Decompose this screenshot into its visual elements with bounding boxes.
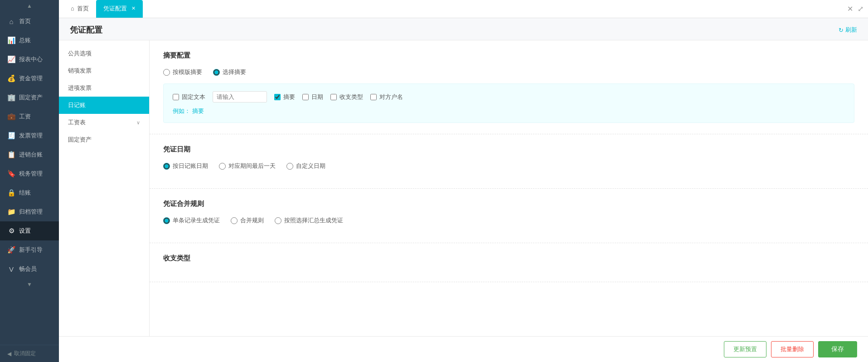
tab-close-icon[interactable]: ✕ <box>131 5 136 11</box>
voucher-date-section: 凭证日期 按日记账日期 对应期间最后一天 自定义日期 <box>150 134 868 189</box>
merge-rules-group: 单条记录生成凭证 合并规则 按照选择汇总生成凭证 <box>163 216 854 225</box>
period-last-day-radio[interactable] <box>219 163 226 170</box>
sidebar-item-guide[interactable]: 🚀 新手引导 <box>0 240 59 259</box>
left-nav-payroll[interactable]: 工资表 ∨ <box>59 114 149 131</box>
select-summary-option[interactable]: 选择摘要 <box>213 68 246 76</box>
purchase-sales-icon: 📋 <box>7 151 15 159</box>
summary-generate-option[interactable]: 按照选择汇总生成凭证 <box>275 216 343 225</box>
left-nav: 公共选项 销项发票 进项发票 日记账 工资表 ∨ 固定资产 <box>59 40 150 362</box>
fixed-text-option[interactable]: 固定文本 <box>173 93 205 101</box>
fixed-text-input[interactable] <box>213 91 267 103</box>
page-content: 凭证配置 ↻ 刷新 公共选项 销项发票 进项发票 日记账 <box>59 18 868 362</box>
batch-delete-button[interactable]: 批量删除 <box>771 341 814 357</box>
refresh-icon: ↻ <box>839 27 844 34</box>
left-nav-purchase-invoice[interactable]: 进项发票 <box>59 79 149 97</box>
summary-option[interactable]: 摘要 <box>274 93 295 101</box>
summary-title: 摘要配置 <box>163 51 854 60</box>
assets-icon: 🏢 <box>7 93 15 102</box>
left-nav-fixed-assets[interactable]: 固定资产 <box>59 131 149 148</box>
example-text: 例如： 摘要 <box>173 107 845 115</box>
income-expense-type-option[interactable]: 收支类型 <box>330 93 363 101</box>
custom-date-option[interactable]: 自定义日期 <box>286 162 325 170</box>
sidebar-item-invoice-mgmt[interactable]: 🧾 发票管理 <box>0 126 59 145</box>
main-area: ⌂ 首页 凭证配置 ✕ ✕ ⤢ 凭证配置 ↻ 刷新 公共选项 <box>59 0 868 362</box>
summary-section: 摘要配置 按模版摘要 选择摘要 <box>150 40 868 134</box>
sidebar-scroll-up[interactable]: ▲ <box>0 0 59 12</box>
custom-date-radio[interactable] <box>286 163 293 170</box>
salary-icon: 💼 <box>7 113 15 121</box>
page-title: 凭证配置 <box>70 24 102 35</box>
date-checkbox[interactable] <box>302 94 309 100</box>
summary-generate-radio[interactable] <box>275 217 281 224</box>
date-option[interactable]: 日期 <box>302 93 323 101</box>
vip-icon: V <box>7 265 15 273</box>
summary-checkbox[interactable] <box>274 94 281 100</box>
voucher-date-group: 按日记账日期 对应期间最后一天 自定义日期 <box>163 162 854 170</box>
summary-options-row: 固定文本 摘要 日期 <box>173 91 845 103</box>
merge-rules-section: 凭证合并规则 单条记录生成凭证 合并规则 按照选择汇总生成凭证 <box>150 189 868 243</box>
reports-icon: 📈 <box>7 55 15 64</box>
merge-rule-radio[interactable] <box>231 217 238 224</box>
settings-icon: ⚙ <box>7 227 15 235</box>
select-summary-radio[interactable] <box>213 69 220 76</box>
fixed-text-checkbox[interactable] <box>173 94 179 100</box>
ledger-icon: 📊 <box>7 36 15 44</box>
sidebar-item-archive[interactable]: 📁 归档管理 <box>0 202 59 221</box>
counterpart-name-option[interactable]: 对方户名 <box>370 93 403 101</box>
journal-date-radio[interactable] <box>163 163 170 170</box>
right-content: 摘要配置 按模版摘要 选择摘要 <box>150 40 868 362</box>
sidebar-item-vip[interactable]: V 畅会员 <box>0 259 59 279</box>
archive-icon: 📁 <box>7 208 15 216</box>
tab-voucher-config[interactable]: 凭证配置 ✕ <box>96 0 143 18</box>
sidebar-item-purchase-sales[interactable]: 📋 进销台账 <box>0 145 59 164</box>
page-header: 凭证配置 ↻ 刷新 <box>59 18 868 40</box>
sidebar-item-settings[interactable]: ⚙ 设置 <box>0 221 59 240</box>
left-nav-journal[interactable]: 日记账 <box>59 97 149 114</box>
sidebar-item-tax[interactable]: 🔖 税务管理 <box>0 164 59 183</box>
single-record-radio[interactable] <box>163 217 170 224</box>
income-expense-type-checkbox[interactable] <box>330 94 337 100</box>
guide-icon: 🚀 <box>7 246 15 254</box>
content-body: 公共选项 销项发票 进项发票 日记账 工资表 ∨ 固定资产 <box>59 40 868 362</box>
period-last-day-option[interactable]: 对应期间最后一天 <box>219 162 276 170</box>
update-preview-button[interactable]: 更新预置 <box>724 341 766 357</box>
journal-date-option[interactable]: 按日记账日期 <box>163 162 208 170</box>
window-close-icon[interactable]: ✕ <box>847 5 853 13</box>
template-summary-radio[interactable] <box>163 69 170 76</box>
chevron-down-icon: ∨ <box>136 120 140 126</box>
bottom-bar: 更新预置 批量删除 保存 <box>59 336 868 362</box>
home-tab-icon: ⌂ <box>71 5 74 12</box>
save-button[interactable]: 保存 <box>818 341 857 357</box>
sidebar-item-ledger[interactable]: 📊 总账 <box>0 31 59 50</box>
single-record-option[interactable]: 单条记录生成凭证 <box>163 216 220 225</box>
funds-icon: 💰 <box>7 74 15 83</box>
income-expense-section: 收支类型 <box>150 243 868 282</box>
merge-rule-option[interactable]: 合并规则 <box>231 216 264 225</box>
income-expense-title: 收支类型 <box>163 254 854 263</box>
summary-options-box: 固定文本 摘要 日期 <box>163 83 854 123</box>
window-maximize-icon[interactable]: ⤢ <box>858 5 863 13</box>
left-nav-sales-invoice[interactable]: 销项发票 <box>59 62 149 79</box>
sidebar-item-salary[interactable]: 💼 工资 <box>0 107 59 126</box>
sidebar-scroll-down[interactable]: ▼ <box>0 279 59 290</box>
cancel-pin-button[interactable]: ◀ 取消固定 <box>0 345 59 362</box>
sidebar-item-assets[interactable]: 🏢 固定资产 <box>0 88 59 107</box>
merge-rules-title: 凭证合并规则 <box>163 200 854 208</box>
template-summary-option[interactable]: 按模版摘要 <box>163 68 202 76</box>
tab-home[interactable]: ⌂ 首页 <box>63 0 96 18</box>
sidebar-item-home[interactable]: ⌂ 首页 <box>0 12 59 31</box>
invoice-mgmt-icon: 🧾 <box>7 132 15 140</box>
summary-mode-group: 按模版摘要 选择摘要 <box>163 68 854 76</box>
left-nav-public[interactable]: 公共选项 <box>59 45 149 62</box>
sidebar-item-funds[interactable]: 💰 资金管理 <box>0 69 59 88</box>
pin-icon: ◀ <box>7 351 11 357</box>
home-icon: ⌂ <box>7 18 15 25</box>
sidebar-item-closing[interactable]: 🔒 结账 <box>0 183 59 202</box>
tab-bar: ⌂ 首页 凭证配置 ✕ ✕ ⤢ <box>59 0 868 18</box>
window-controls: ✕ ⤢ <box>847 5 863 13</box>
sidebar-item-reports[interactable]: 📈 报表中心 <box>0 50 59 69</box>
closing-icon: 🔒 <box>7 189 15 197</box>
counterpart-name-checkbox[interactable] <box>370 94 377 100</box>
refresh-button[interactable]: ↻ 刷新 <box>839 26 857 34</box>
tax-icon: 🔖 <box>7 170 15 178</box>
